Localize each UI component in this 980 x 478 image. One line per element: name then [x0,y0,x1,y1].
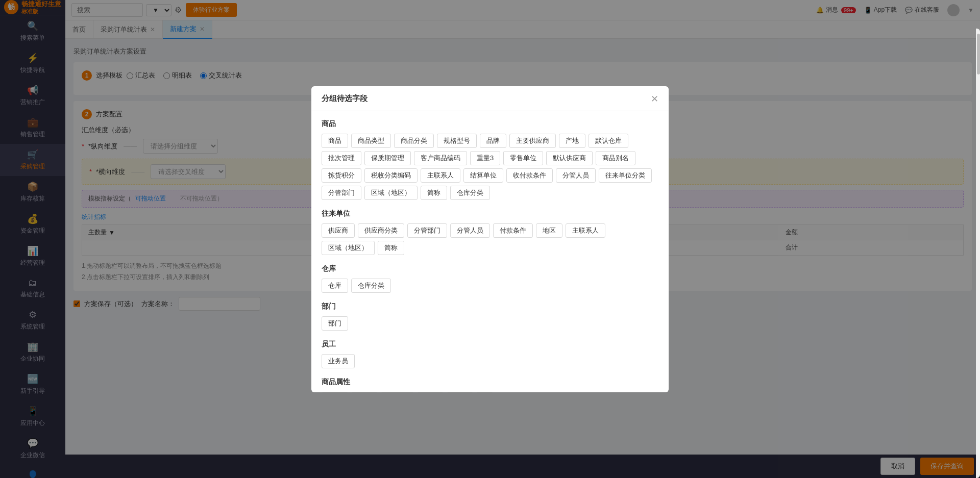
modal-section-员工: 员工业务员 [322,340,658,368]
field-tag-主联系人[interactable]: 主联系人 [566,223,605,238]
section-title-员工: 员工 [322,340,658,349]
field-tag-收付款条件[interactable]: 收付款条件 [506,168,553,183]
modal-body: 商品商品商品类型商品分类规格型号品牌主要供应商产地默认仓库批次管理保质期管理客户… [311,111,669,392]
field-tag-分管部门[interactable]: 分管部门 [322,186,361,200]
field-tag-简称[interactable]: 简称 [378,241,404,255]
field-tag-客户商品编码[interactable]: 客户商品编码 [414,151,467,165]
field-tag-1[interactable]: 1 [476,392,493,392]
field-tag-产地[interactable]: 产地 [559,134,585,148]
modal-scrollbar[interactable] [976,29,980,478]
section-title-仓库: 仓库 [322,264,658,273]
modal-section-仓库: 仓库仓库仓库分类 [322,264,658,293]
field-tag-零售单位[interactable]: 零售单位 [503,151,543,165]
field-tag-业务员[interactable]: 业务员 [322,354,355,368]
field-tag-拣货积分[interactable]: 拣货积分 [322,168,361,183]
field-tag-分管部门[interactable]: 分管部门 [407,223,447,238]
field-tag-税收分类编码[interactable]: 税收分类编码 [364,168,418,183]
field-tag-分管人员[interactable]: 分管人员 [556,168,596,183]
field-tag-默认仓库[interactable]: 默认仓库 [589,134,628,148]
field-tag-商品[interactable]: 商品 [322,134,348,148]
field-tag-简称[interactable]: 简称 [421,186,447,200]
field-tag-付款条件[interactable]: 付款条件 [493,223,533,238]
field-tag-商品分类[interactable]: 商品分类 [394,134,434,148]
section-title-商品: 商品 [322,119,658,129]
field-tag-多规格[interactable]: 多规格 [381,392,414,392]
field-tag-商品别名[interactable]: 商品别名 [596,151,635,165]
field-tag-尺码[interactable]: 尺码 [417,392,444,392]
field-tag-结算单位[interactable]: 结算单位 [463,168,503,183]
field-tag-主要供应商[interactable]: 主要供应商 [509,134,556,148]
field-tag-仓库分类[interactable]: 仓库分类 [450,186,490,200]
field-tag-规格型号[interactable]: 规格型号 [437,134,477,148]
field-tag-批次管理[interactable]: 批次管理 [322,151,361,165]
field-tag-主联系人[interactable]: 主联系人 [421,168,460,183]
modal-section-部门: 部门部门 [322,302,658,331]
modal-overlay[interactable]: 分组待选字段 ✕ 商品商品商品类型商品分类规格型号品牌主要供应商产地默认仓库批次… [0,0,980,478]
field-tag-往来单位分类[interactable]: 往来单位分类 [599,168,652,183]
field-tag-颜色[interactable]: 颜色 [351,392,378,392]
field-tag-供应商分类[interactable]: 供应商分类 [358,223,404,238]
modal-section-商品属性: 商品属性属性颜色多规格尺码鞋码1 [322,378,658,392]
field-tag-地区[interactable]: 地区 [536,223,562,238]
field-tag-鞋码[interactable]: 鞋码 [447,392,473,392]
modal-section-往来单位: 往来单位供应商供应商分类分管部门分管人员付款条件地区主联系人区域（地区）简称 [322,209,658,255]
field-tag-分管人员[interactable]: 分管人员 [450,223,490,238]
modal-header: 分组待选字段 ✕ [311,86,669,111]
field-tag-供应商[interactable]: 供应商 [322,223,355,238]
field-tag-保质期管理[interactable]: 保质期管理 [364,151,411,165]
modal-section-商品: 商品商品商品类型商品分类规格型号品牌主要供应商产地默认仓库批次管理保质期管理客户… [322,119,658,200]
field-tag-默认供应商[interactable]: 默认供应商 [546,151,593,165]
field-tag-仓库分类[interactable]: 仓库分类 [351,279,391,293]
section-title-商品属性: 商品属性 [322,378,658,387]
scrollbar-thumb[interactable] [977,34,980,74]
field-tag-仓库[interactable]: 仓库 [322,279,348,293]
field-tag-品牌[interactable]: 品牌 [480,134,506,148]
section-title-往来单位: 往来单位 [322,209,658,218]
field-tag-属性[interactable]: 属性 [322,392,348,392]
modal-close-button[interactable]: ✕ [651,93,658,105]
modal-dialog: 分组待选字段 ✕ 商品商品商品类型商品分类规格型号品牌主要供应商产地默认仓库批次… [311,86,669,392]
field-tag-商品类型[interactable]: 商品类型 [351,134,391,148]
modal-title: 分组待选字段 [322,94,368,104]
field-tag-重量3[interactable]: 重量3 [470,151,500,165]
field-tag-部门[interactable]: 部门 [322,316,348,331]
field-tag-区域（地区）[interactable]: 区域（地区） [364,186,418,200]
field-tag-区域（地区）[interactable]: 区域（地区） [322,241,375,255]
section-title-部门: 部门 [322,302,658,311]
